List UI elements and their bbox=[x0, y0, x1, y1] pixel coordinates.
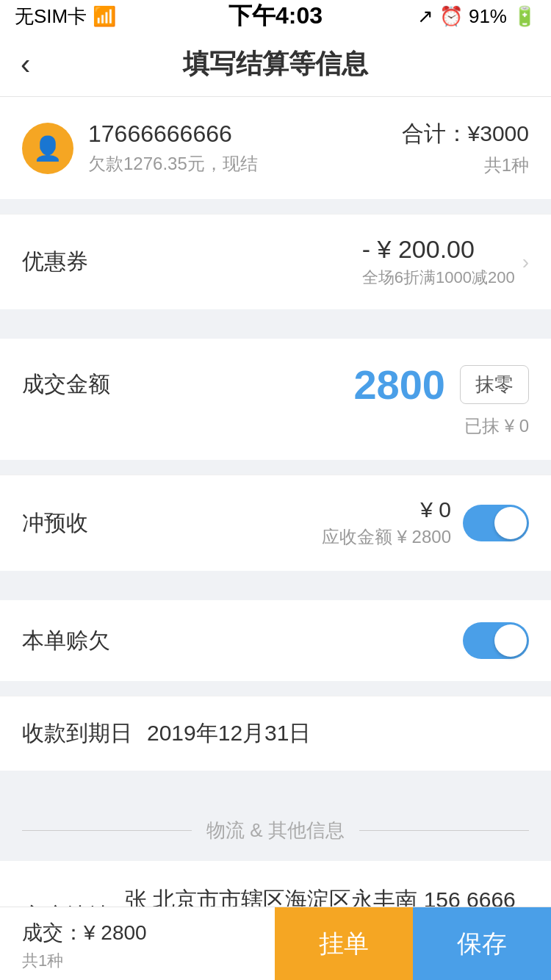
amount-value: 2800 bbox=[353, 361, 445, 408]
debit-toggle[interactable] bbox=[463, 622, 529, 659]
prepay-amount: ¥ 0 应收金额 ¥ 2800 bbox=[322, 497, 451, 549]
amount-right: 2800 抹零 bbox=[353, 361, 529, 408]
prepay-row: 冲预收 ¥ 0 应收金额 ¥ 2800 bbox=[22, 497, 529, 549]
carrier-text: 无SIM卡 bbox=[15, 4, 87, 29]
coupon-label: 优惠券 bbox=[22, 247, 88, 277]
section-divider-1 bbox=[0, 324, 551, 339]
due-label: 收款到期日 bbox=[22, 718, 132, 749]
due-row: 收款到期日 2019年12月31日 bbox=[22, 718, 529, 749]
logistics-header: 物流 & 其他信息 bbox=[0, 800, 551, 861]
user-phone: 17666666666 bbox=[88, 120, 258, 148]
prepay-section: 冲预收 ¥ 0 应收金额 ¥ 2800 bbox=[0, 475, 551, 571]
status-time: 下午4:03 bbox=[228, 0, 323, 32]
save-button[interactable]: 保存 bbox=[413, 907, 551, 981]
total-label-value: 合计：¥3000 bbox=[402, 119, 529, 149]
footer-info: 成交：¥ 2800 共1种 bbox=[0, 915, 275, 972]
status-right: ↗ ⏰ 91% 🔋 bbox=[417, 5, 536, 28]
footer-amount: 成交：¥ 2800 bbox=[22, 915, 253, 947]
amount-row: 成交金额 2800 抹零 bbox=[22, 361, 529, 408]
coupon-right: - ¥ 200.00 全场6折满1000减200 › bbox=[362, 235, 529, 289]
coupon-info: - ¥ 200.00 全场6折满1000减200 bbox=[362, 235, 515, 289]
page-content: 👤 17666666666 欠款1276.35元，现结 合计：¥3000 共1种… bbox=[0, 97, 551, 980]
back-button[interactable]: ‹ bbox=[21, 48, 30, 81]
debit-label: 本单赊欠 bbox=[22, 626, 110, 656]
total-label: 合计： bbox=[402, 121, 468, 145]
footer: 成交：¥ 2800 共1种 挂单 保存 bbox=[0, 907, 551, 980]
section-divider-2 bbox=[0, 586, 551, 600]
user-card: 👤 17666666666 欠款1276.35元，现结 合计：¥3000 共1种 bbox=[0, 97, 551, 199]
coupon-row[interactable]: 优惠券 - ¥ 200.00 全场6折满1000减200 › bbox=[0, 214, 551, 309]
debit-section: 本单赊欠 bbox=[0, 600, 551, 681]
round-button[interactable]: 抹零 bbox=[460, 365, 529, 404]
footer-deal-label: 成交： bbox=[22, 921, 84, 944]
user-info: 17666666666 欠款1276.35元，现结 bbox=[88, 120, 258, 176]
item-count: 共1种 bbox=[402, 154, 529, 177]
page-title: 填写结算等信息 bbox=[183, 46, 368, 82]
status-bar: 无SIM卡 📶 下午4:03 ↗ ⏰ 91% 🔋 bbox=[0, 0, 551, 32]
prepay-label: 冲预收 bbox=[22, 508, 88, 538]
avatar: 👤 bbox=[22, 123, 73, 174]
amount-section: 成交金额 2800 抹零 已抹 ¥ 0 bbox=[0, 339, 551, 460]
logistics-line-left bbox=[22, 830, 192, 831]
user-total: 合计：¥3000 共1种 bbox=[402, 119, 529, 177]
debit-row: 本单赊欠 bbox=[22, 622, 529, 659]
footer-count: 共1种 bbox=[22, 950, 253, 972]
logistics-line-right bbox=[359, 830, 529, 831]
avatar-icon: 👤 bbox=[33, 134, 62, 162]
section-divider-3 bbox=[0, 785, 551, 800]
battery-text: 91% bbox=[469, 5, 507, 28]
wifi-icon: 📶 bbox=[93, 5, 116, 28]
hang-button[interactable]: 挂单 bbox=[275, 907, 413, 981]
prepay-sub: 应收金额 ¥ 2800 bbox=[322, 525, 451, 549]
location-icon: ↗ bbox=[417, 5, 433, 28]
coupon-discount: - ¥ 200.00 bbox=[362, 235, 515, 264]
user-left: 👤 17666666666 欠款1276.35元，现结 bbox=[22, 120, 258, 176]
amount-label: 成交金额 bbox=[22, 370, 110, 400]
coupon-desc: 全场6折满1000减200 bbox=[362, 267, 515, 289]
alarm-icon: ⏰ bbox=[439, 5, 463, 28]
logistics-label: 物流 & 其他信息 bbox=[206, 818, 345, 843]
battery-icon: 🔋 bbox=[513, 5, 536, 28]
amount-sub: 已抹 ¥ 0 bbox=[22, 414, 529, 438]
user-debt: 欠款1276.35元，现结 bbox=[88, 152, 258, 176]
due-value: 2019年12月31日 bbox=[147, 718, 311, 749]
prepay-toggle[interactable] bbox=[463, 505, 529, 541]
due-section: 收款到期日 2019年12月31日 bbox=[0, 696, 551, 771]
total-value: ¥3000 bbox=[468, 121, 529, 145]
footer-deal-amount: ¥ 2800 bbox=[84, 921, 147, 944]
nav-bar: ‹ 填写结算等信息 bbox=[0, 32, 551, 97]
prepay-value: ¥ 0 bbox=[322, 497, 451, 522]
chevron-right-icon: › bbox=[522, 251, 529, 274]
prepay-right: ¥ 0 应收金额 ¥ 2800 bbox=[322, 497, 529, 549]
status-left: 无SIM卡 📶 bbox=[15, 4, 116, 29]
